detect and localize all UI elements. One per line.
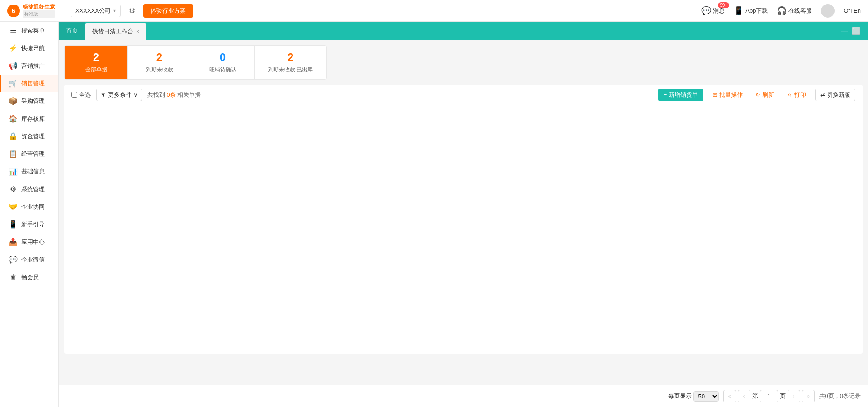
online-service-icon: 🎧 <box>777 6 787 16</box>
filter-chevron-icon: ∨ <box>133 91 138 98</box>
trial-button[interactable]: 体验行业方案 <box>143 4 193 18</box>
refresh-icon: ↻ <box>755 91 760 98</box>
sidebar-item-inventory[interactable]: 🏠 库存核算 <box>0 110 58 127</box>
print-icon: 🖨 <box>787 91 793 98</box>
select-all-label: 全选 <box>79 91 91 99</box>
operations-icon: 📋 <box>9 150 18 158</box>
switch-label: 切换新版 <box>827 91 850 99</box>
sidebar-item-label: 应用中心 <box>21 238 45 246</box>
sidebar-item-sales[interactable]: 🛒 销售管理 <box>0 75 58 92</box>
username: OfTEn <box>844 7 861 14</box>
total-info: 共0页，0条记录 <box>819 392 861 400</box>
sidebar-item-member[interactable]: ♛ 畅会员 <box>0 268 58 286</box>
per-page-dropdown[interactable]: 10 20 50 100 <box>693 391 719 402</box>
sidebar-item-label: 基础信息 <box>21 168 45 176</box>
last-page-button[interactable]: » <box>802 390 815 402</box>
pagination-bar: 每页显示 10 20 50 100 « ‹ 第 页 › » 共0页，0条记录 <box>59 385 868 407</box>
tab-active-label: 钱货日清工作台 <box>92 28 133 36</box>
sidebar-item-label: 快捷导航 <box>21 44 45 52</box>
member-icon: ♛ <box>9 273 18 281</box>
company-selector[interactable]: XXXXXX公司 ▾ <box>71 5 121 17</box>
sidebar-item-label: 企业微信 <box>21 256 45 264</box>
sidebar-item-app-center[interactable]: 📥 应用中心 <box>0 233 58 251</box>
stat-label-overdue-not-shipped: 到期未收款 已出库 <box>268 66 313 74</box>
sidebar-item-wechat[interactable]: 💬 企业微信 <box>0 251 58 268</box>
found-count: 0条 <box>167 91 176 98</box>
filter-icon: ▼ <box>100 91 106 98</box>
sales-icon: 🛒 <box>9 79 18 88</box>
tab-bar-actions: — ⬜ <box>841 27 868 35</box>
system-icon: ⚙ <box>9 185 18 193</box>
select-all-checkbox[interactable]: 全选 <box>71 91 91 99</box>
select-all-input[interactable] <box>71 92 77 98</box>
wechat-icon: 💬 <box>9 255 18 264</box>
stat-label-wangwang: 旺辅待确认 <box>205 66 241 74</box>
stat-card-all[interactable]: 2 全部单据 <box>65 46 128 79</box>
print-button[interactable]: 🖨 打印 <box>783 89 810 101</box>
stat-card-wangwang[interactable]: 0 旺辅待确认 <box>191 46 255 79</box>
stat-label-all: 全部单据 <box>78 66 114 74</box>
tab-close-icon[interactable]: × <box>136 28 139 35</box>
per-page-label: 每页显示 <box>668 392 692 400</box>
tab-bar: 首页 钱货日清工作台 × — ⬜ <box>59 22 868 40</box>
sidebar-item-label: 营销推广 <box>21 62 45 70</box>
batch-op-button[interactable]: ⊞ 批量操作 <box>709 89 746 101</box>
company-chevron-icon: ▾ <box>113 8 116 13</box>
message-icon: 💬 <box>701 6 711 16</box>
finance-icon: 🔒 <box>9 132 18 140</box>
app-download-action[interactable]: 📱 App下载 <box>734 6 768 16</box>
sidebar-item-label: 库存核算 <box>21 115 45 123</box>
page-input[interactable] <box>760 390 778 402</box>
sidebar-item-guide[interactable]: 📱 新手引导 <box>0 215 58 233</box>
filter-button[interactable]: ▼ 更多条件 ∨ <box>96 89 142 101</box>
quick-nav-icon: ⚡ <box>9 44 18 52</box>
toolbar: 全选 ▼ 更多条件 ∨ 共找到 0条 相关单据 + 新增销货单 ⊞ 批量操作 <box>64 85 863 105</box>
tab-home[interactable]: 首页 <box>59 22 85 40</box>
inventory-icon: 🏠 <box>9 114 18 123</box>
sidebar-item-quick-nav[interactable]: ⚡ 快捷导航 <box>0 39 58 57</box>
new-sales-order-button[interactable]: + 新增销货单 <box>658 89 703 101</box>
found-suffix: 相关单据 <box>177 91 201 98</box>
refresh-button[interactable]: ↻ 刷新 <box>752 89 778 101</box>
settings-button[interactable]: ⚙ <box>125 4 139 18</box>
switch-icon: ⇄ <box>820 91 825 98</box>
batch-op-label: 批量操作 <box>719 91 743 99</box>
next-page-button[interactable]: › <box>788 390 800 402</box>
tab-active[interactable]: 钱货日清工作台 × <box>85 23 146 40</box>
content-panel: 2 全部单据 2 到期未收款 0 旺辅待确认 2 到期未收款 已出库 全选 <box>59 40 868 359</box>
main-content: 2 全部单据 2 到期未收款 0 旺辅待确认 2 到期未收款 已出库 全选 <box>59 40 868 407</box>
online-service-action[interactable]: 🎧 在线客服 <box>777 6 812 16</box>
app-download-label: App下载 <box>745 7 768 15</box>
toolbar-left: 全选 ▼ 更多条件 ∨ 共找到 0条 相关单据 <box>71 89 201 101</box>
sidebar-item-label: 采购管理 <box>21 97 45 105</box>
minimize-icon[interactable]: — <box>841 27 848 35</box>
sidebar-item-label: 搜索菜单 <box>21 27 45 35</box>
sidebar-item-finance[interactable]: 🔒 资金管理 <box>0 127 58 145</box>
online-service-label: 在线客服 <box>788 7 812 15</box>
switch-version-button[interactable]: ⇄ 切换新版 <box>815 89 855 101</box>
sidebar-item-purchase[interactable]: 📦 采购管理 <box>0 92 58 110</box>
stat-card-overdue-not-shipped[interactable]: 2 到期未收款 已出库 <box>255 46 326 79</box>
sidebar-item-base-info[interactable]: 📊 基础信息 <box>0 163 58 180</box>
stat-card-overdue-unpaid[interactable]: 2 到期未收款 <box>128 46 191 79</box>
page-size-select: 每页显示 10 20 50 100 <box>668 391 719 402</box>
prev-page-button[interactable]: ‹ <box>738 390 750 402</box>
tab-home-label: 首页 <box>66 27 78 35</box>
header-right: 💬 消息 99+ 📱 App下载 🎧 在线客服 OfTEn <box>701 4 861 18</box>
page-prefix: 第 <box>752 392 758 400</box>
sidebar-item-operations[interactable]: 📋 经营管理 <box>0 145 58 163</box>
stat-number-all: 2 <box>78 51 114 64</box>
maximize-icon[interactable]: ⬜ <box>852 27 861 35</box>
first-page-button[interactable]: « <box>723 390 736 402</box>
sidebar-item-marketing[interactable]: 📢 营销推广 <box>0 57 58 75</box>
sidebar-item-search-menu[interactable]: ☰ 搜索菜单 <box>0 22 58 39</box>
logo-area: 6 畅捷通好生意 标准版 <box>7 4 66 18</box>
sidebar-item-enterprise[interactable]: 🤝 企业协同 <box>0 198 58 215</box>
avatar[interactable] <box>821 4 835 18</box>
stat-label-overdue-unpaid: 到期未收款 <box>142 66 177 74</box>
message-action[interactable]: 💬 消息 99+ <box>701 6 725 16</box>
stat-number-wangwang: 0 <box>205 51 241 64</box>
marketing-icon: 📢 <box>9 61 18 70</box>
sidebar-item-system[interactable]: ⚙ 系统管理 <box>0 180 58 198</box>
sidebar-item-label: 畅会员 <box>21 273 39 281</box>
